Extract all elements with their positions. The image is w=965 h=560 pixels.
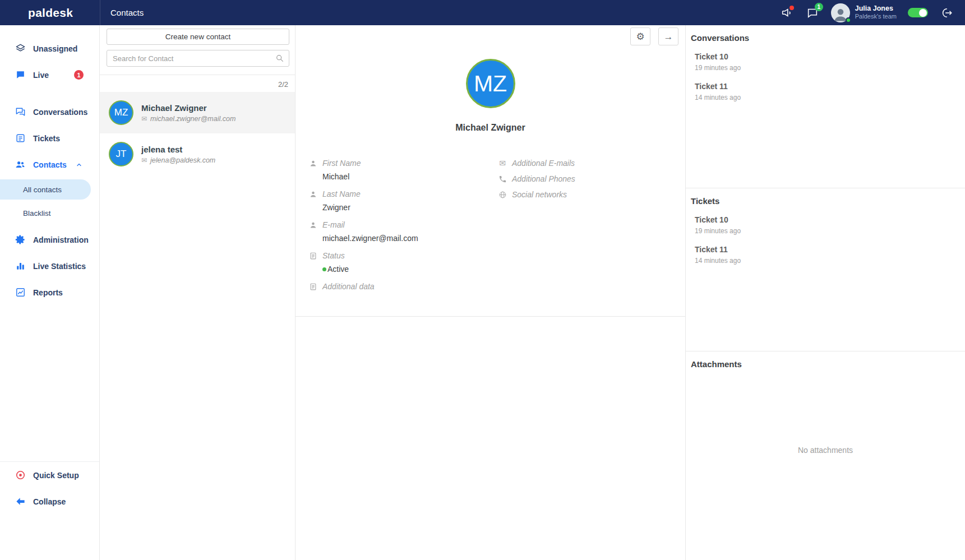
field-label: Status bbox=[322, 251, 345, 260]
contact-detail-panel: ⚙ → MZ Michael Zwigner bbox=[295, 25, 686, 560]
ticket-title: Ticket 11 bbox=[695, 245, 965, 254]
contact-detail-name: Michael Zwigner bbox=[455, 123, 525, 133]
live-count-badge: 1 bbox=[74, 70, 84, 80]
contact-name: Michael Zwigner bbox=[141, 103, 236, 113]
sidebar-item-conversations[interactable]: Conversations bbox=[0, 99, 99, 125]
sidebar-item-administration[interactable]: Administration bbox=[0, 226, 99, 253]
sidebar-item-label: Contacts bbox=[33, 160, 67, 169]
sidebar-item-quick-setup[interactable]: Quick Setup bbox=[0, 462, 99, 488]
contact-email: jelena@paldesk.com bbox=[150, 156, 215, 164]
online-status-dot bbox=[846, 17, 851, 23]
announcements-button[interactable] bbox=[779, 6, 794, 20]
sidebar-item-collapse[interactable]: Collapse bbox=[0, 488, 99, 515]
conversation-item[interactable]: Ticket 10 19 minutes ago bbox=[686, 47, 965, 77]
contact-list-item[interactable]: JT jelena test ✉ jelena@paldesk.com bbox=[100, 133, 295, 175]
sidebar-item-label: Quick Setup bbox=[33, 471, 79, 480]
active-status-dot bbox=[322, 267, 326, 271]
sidebar-item-reports[interactable]: Reports bbox=[0, 279, 99, 306]
contact-list-item[interactable]: MZ Michael Zwigner ✉ michael.zwigner@mai… bbox=[100, 92, 295, 133]
field-social-networks: Social networks bbox=[498, 189, 685, 200]
sidebar-item-unassigned[interactable]: Unassigned bbox=[0, 35, 99, 62]
field-label: Social networks bbox=[512, 190, 567, 199]
envelope-icon: ✉ bbox=[141, 115, 147, 123]
create-contact-button[interactable]: Create new contact bbox=[107, 29, 289, 45]
logout-button[interactable] bbox=[939, 6, 954, 20]
sidebar-item-label: Reports bbox=[33, 288, 63, 297]
field-value: Zwigner bbox=[322, 203, 498, 212]
field-label: Additional data bbox=[322, 282, 375, 291]
phone-icon bbox=[498, 175, 507, 183]
sidebar-item-label: All contacts bbox=[23, 186, 62, 194]
ticket-item[interactable]: Ticket 10 19 minutes ago bbox=[686, 210, 965, 240]
sidebar-item-live-statistics[interactable]: Live Statistics bbox=[0, 253, 99, 279]
contact-avatar: JT bbox=[109, 142, 133, 166]
field-first-name: First Name Michael bbox=[308, 158, 498, 181]
sidebar-item-all-contacts[interactable]: All contacts bbox=[0, 179, 91, 200]
chats-icon bbox=[15, 107, 26, 117]
tickets-section: Tickets Ticket 10 19 minutes ago Ticket … bbox=[686, 188, 965, 351]
conversation-item[interactable]: Ticket 11 14 minutes ago bbox=[686, 77, 965, 107]
list-icon bbox=[308, 283, 317, 291]
tickets-header: Tickets bbox=[686, 188, 965, 210]
bar-chart-icon bbox=[15, 261, 26, 271]
field-label: Additional Phones bbox=[512, 174, 575, 183]
layers-icon bbox=[15, 43, 26, 54]
sidebar-footer: Quick Setup Collapse bbox=[0, 461, 99, 560]
search-icon bbox=[275, 54, 284, 63]
sidebar-item-blacklist[interactable]: Blacklist bbox=[0, 200, 99, 226]
conversations-section: Conversations Ticket 10 19 minutes ago T… bbox=[686, 25, 965, 188]
ticket-title: Ticket 10 bbox=[695, 215, 965, 224]
logout-icon bbox=[940, 7, 953, 19]
gear-icon bbox=[15, 234, 26, 245]
messages-count-badge: 1 bbox=[815, 3, 823, 11]
availability-toggle[interactable] bbox=[908, 8, 928, 17]
user-team: Paldesk's team bbox=[855, 13, 897, 21]
sidebar-item-contacts[interactable]: Contacts bbox=[0, 151, 99, 178]
ticket-item[interactable]: Ticket 11 14 minutes ago bbox=[686, 240, 965, 270]
sidebar: Unassigned Live 1 Conversations bbox=[0, 25, 100, 560]
contact-search-input[interactable] bbox=[107, 50, 289, 67]
activity-panel: Conversations Ticket 10 19 minutes ago T… bbox=[686, 25, 965, 560]
field-label: First Name bbox=[322, 159, 361, 168]
ticket-icon bbox=[15, 133, 26, 144]
chevron-up-icon bbox=[76, 161, 82, 168]
top-navbar: paldesk Contacts 1 bbox=[0, 0, 965, 25]
field-status: Status Active bbox=[308, 250, 498, 274]
sidebar-item-label: Unassigned bbox=[33, 44, 77, 53]
arrow-left-icon bbox=[15, 496, 26, 507]
field-last-name: Last Name Zwigner bbox=[308, 188, 498, 212]
person-icon bbox=[308, 159, 317, 168]
no-attachments-text: No attachments bbox=[686, 373, 965, 560]
person-icon bbox=[308, 221, 317, 229]
sidebar-item-label: Tickets bbox=[33, 134, 60, 143]
ticket-time: 19 minutes ago bbox=[695, 64, 965, 72]
messages-button[interactable]: 1 bbox=[805, 6, 820, 20]
sidebar-item-label: Conversations bbox=[33, 108, 87, 117]
field-value: Michael bbox=[322, 172, 498, 181]
chat-icon bbox=[15, 70, 26, 80]
field-email: E-mail michael.zwigner@mail.com bbox=[308, 219, 498, 243]
envelope-icon: ✉ bbox=[498, 159, 507, 167]
contact-name: jelena test bbox=[141, 145, 215, 154]
contact-email: michael.zwigner@mail.com bbox=[150, 115, 236, 123]
person-icon bbox=[308, 190, 317, 198]
ticket-time: 14 minutes ago bbox=[695, 257, 965, 265]
field-value: Active bbox=[327, 265, 349, 274]
contact-list-panel: Create new contact 2/2 MZ Michael Zwigne… bbox=[100, 25, 295, 560]
ticket-title: Ticket 11 bbox=[695, 82, 965, 91]
sidebar-item-label: Live bbox=[33, 71, 49, 80]
ticket-time: 14 minutes ago bbox=[695, 94, 965, 101]
field-label: Last Name bbox=[322, 189, 361, 198]
toggle-knob bbox=[919, 9, 927, 17]
contact-settings-button[interactable]: ⚙ bbox=[630, 27, 650, 45]
page-title: Contacts bbox=[100, 8, 144, 17]
target-icon bbox=[15, 470, 26, 480]
user-menu[interactable]: Julia Jones Paldesk's team bbox=[831, 3, 897, 22]
globe-icon bbox=[498, 191, 507, 199]
app-window: paldesk Contacts 1 bbox=[0, 0, 965, 560]
envelope-icon: ✉ bbox=[141, 156, 147, 164]
expand-panel-button[interactable]: → bbox=[658, 27, 678, 45]
sidebar-item-live[interactable]: Live 1 bbox=[0, 62, 99, 88]
sidebar-item-tickets[interactable]: Tickets bbox=[0, 125, 99, 151]
contact-detail-avatar: MZ bbox=[466, 59, 515, 108]
